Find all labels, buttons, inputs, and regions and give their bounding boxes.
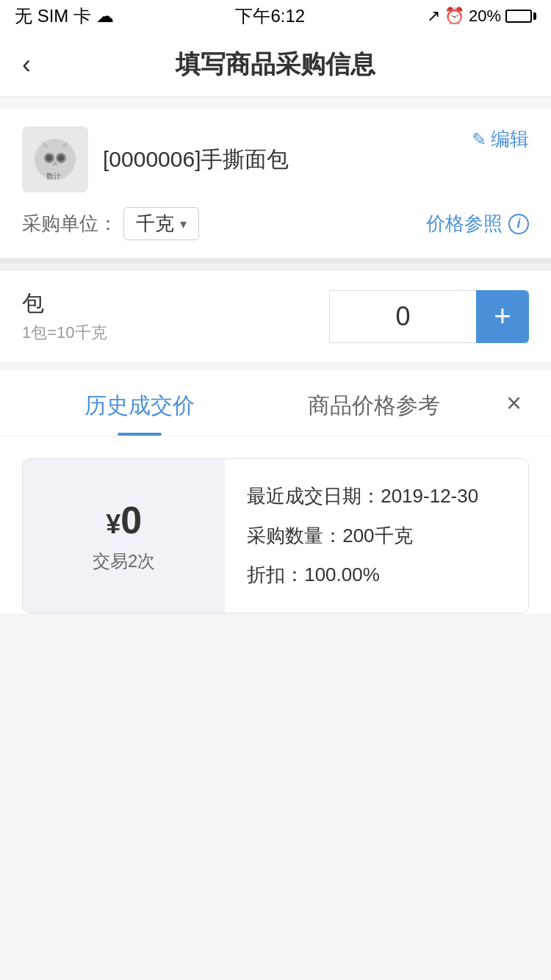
product-left: 数计 [0000006]手撕面包 (22, 126, 289, 192)
svg-point-3 (46, 155, 52, 161)
unit-row-left: 采购单位： 千克 ▾ (22, 207, 199, 240)
tabs-row: 历史成交价 商品价格参考 × (0, 370, 551, 436)
unit-select-dropdown[interactable]: 千克 ▾ (123, 207, 199, 240)
status-carrier: 无 SIM 卡 ☁ (15, 4, 114, 28)
svg-point-4 (58, 155, 64, 161)
trade-count: 交易2次 (93, 550, 155, 573)
discount-value: 100.00% (304, 563, 380, 586)
history-left-panel: ¥0 交易2次 (23, 459, 225, 613)
recent-date-value: 2019-12-30 (381, 485, 478, 507)
pkg-unit-name: 包 (22, 289, 107, 319)
purchase-qty-value: 200千克 (342, 525, 412, 547)
nav-bar: ‹ 填写商品采购信息 (0, 32, 551, 97)
status-bar: 无 SIM 卡 ☁ 下午6:12 ↗ ⏰ 20% (0, 0, 551, 32)
product-name: [0000006]手撕面包 (103, 145, 289, 175)
info-icon: i (508, 214, 529, 234)
separator (0, 258, 551, 264)
currency-symbol: ¥ (106, 509, 120, 539)
battery-icon (505, 10, 536, 23)
discount-label: 折扣： (247, 563, 304, 586)
quantity-input[interactable] (329, 290, 476, 343)
quantity-row: 包 1包=10千克 + (0, 271, 551, 361)
price-display: ¥0 (106, 498, 142, 542)
page-background (0, 635, 551, 980)
location-icon: ↗ (427, 7, 440, 26)
product-image: 数计 (22, 126, 88, 192)
product-logo-icon: 数计 (33, 137, 77, 181)
edit-icon: ✎ (472, 129, 486, 150)
tab-price-reference[interactable]: 商品价格参考 (256, 370, 491, 436)
purchase-qty-label: 采购数量： (247, 525, 342, 547)
recent-date-label: 最近成交日期： (247, 485, 381, 507)
product-title: 手撕面包 (201, 147, 289, 171)
back-button[interactable]: ‹ (22, 49, 66, 80)
quantity-label: 包 1包=10千克 (22, 289, 107, 344)
bottom-panel: 历史成交价 商品价格参考 × ¥0 交易2次 最近成交日期：2019-12-30… (0, 370, 551, 613)
quantity-section: 包 1包=10千克 + (0, 265, 551, 361)
unit-label: 采购单位： (22, 211, 118, 237)
recent-date-row: 最近成交日期：2019-12-30 (247, 481, 506, 512)
price-ref-label: 价格参照 (426, 211, 503, 237)
svg-text:数计: 数计 (46, 172, 61, 180)
tab-underline (118, 433, 162, 436)
tab-close-button[interactable]: × (499, 381, 529, 426)
unit-value: 千克 (136, 211, 174, 237)
tab-history-price[interactable]: 历史成交价 (22, 370, 256, 436)
price-value: 0 (120, 499, 142, 541)
alarm-icon: ⏰ (444, 7, 464, 26)
history-right-panel: 最近成交日期：2019-12-30 采购数量：200千克 折扣：100.00% (225, 459, 528, 613)
quantity-controls: + (329, 290, 529, 343)
status-right-group: ↗ ⏰ 20% (427, 7, 536, 26)
discount-row: 折扣：100.00% (247, 560, 506, 591)
product-header: 数计 [0000006]手撕面包 ✎ 编辑 (22, 126, 529, 192)
product-card: 数计 [0000006]手撕面包 ✎ 编辑 采购单位： 千克 ▾ 价格参照 i (0, 109, 551, 258)
battery-percent: 20% (469, 7, 501, 26)
product-unit-row: 采购单位： 千克 ▾ 价格参照 i (22, 207, 529, 240)
edit-button[interactable]: ✎ 编辑 (472, 126, 529, 152)
price-ref-button[interactable]: 价格参照 i (426, 211, 529, 237)
pkg-unit-sub: 1包=10千克 (22, 322, 107, 344)
page-title: 填写商品采购信息 (176, 48, 375, 82)
history-card: ¥0 交易2次 最近成交日期：2019-12-30 采购数量：200千克 折扣：… (22, 458, 529, 613)
quantity-plus-button[interactable]: + (476, 290, 529, 343)
chevron-down-icon: ▾ (180, 216, 187, 232)
product-id: [0000006] (103, 147, 201, 171)
status-time: 下午6:12 (235, 4, 305, 28)
purchase-qty-row: 采购数量：200千克 (247, 521, 506, 552)
